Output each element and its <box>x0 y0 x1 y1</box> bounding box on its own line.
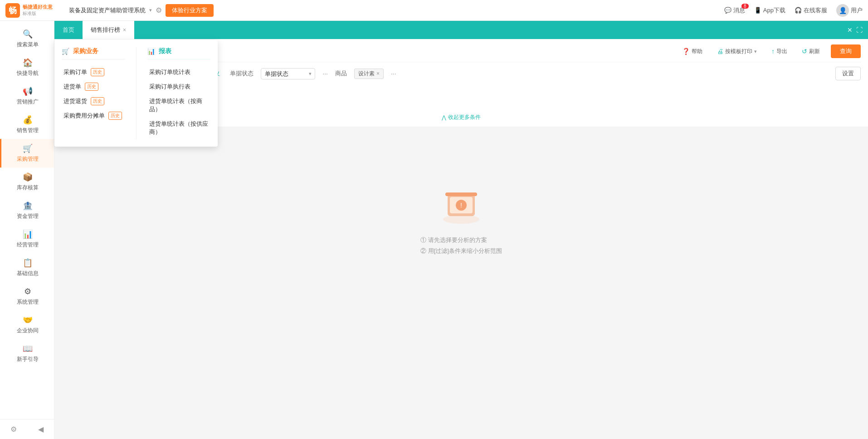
bill-status-more-btn[interactable]: ··· <box>322 70 328 77</box>
print-icon: 🖨 <box>717 48 723 55</box>
header-settings-icon[interactable]: ⚙ <box>156 6 162 15</box>
sidebar-label-finance: 资金管理 <box>17 212 39 220</box>
svg-text:!: ! <box>460 202 462 209</box>
goods-tag-close-btn[interactable]: × <box>376 70 380 77</box>
menu-item-report-0-label: 采购订单统计表 <box>149 68 190 76</box>
purchase-menu-icon: 🛒 <box>62 48 69 55</box>
sidebar-item-sales[interactable]: 💰 销售管理 <box>0 110 54 139</box>
industry-btn[interactable]: 体验行业方案 <box>166 4 214 17</box>
tab-sales-rank-label: 销售排行榜 <box>91 26 120 34</box>
bill-status-select-wrap: 单据状态 <box>261 68 315 79</box>
export-btn[interactable]: ↑ 导出 <box>768 46 791 57</box>
menu-item-purchase-return-label: 进货退货 <box>63 97 87 105</box>
menu-item-report-3[interactable]: 进货单统计表（按供应商） <box>147 117 211 139</box>
bill-status-select[interactable]: 单据状态 <box>261 68 315 79</box>
sidebar-label-quick-nav: 快捷导航 <box>17 69 39 77</box>
tab-home[interactable]: 首页 <box>54 21 83 39</box>
empty-state: ! 请先选择要分析的方案 用[过滤]条件来缩小分析范围 <box>54 127 868 309</box>
sidebar-label-search: 搜索菜单 <box>17 41 39 49</box>
search-icon: 🔍 <box>23 29 33 39</box>
headset-icon: 🎧 <box>795 7 802 14</box>
avatar: 👤 <box>836 4 849 17</box>
marketing-icon: 📢 <box>23 86 33 96</box>
sidebar-label-basic: 基础信息 <box>17 270 39 277</box>
collapse-icon: ⋀ <box>442 114 446 121</box>
tab-bar-right: ✕ ⛶ <box>847 26 868 34</box>
sidebar-item-enterprise[interactable]: 🤝 企业协同 <box>0 311 54 339</box>
dropdown-arrow-icon[interactable]: ▾ <box>149 7 152 13</box>
inventory-icon: 📦 <box>23 172 33 182</box>
goods-label: 商品 <box>335 69 347 78</box>
help-label: 帮助 <box>692 48 702 55</box>
menu-col-report-header: 📊 报表 <box>147 47 211 59</box>
menu-item-report-1[interactable]: 采购订单执行表 <box>147 79 211 94</box>
logo-text: 畅捷通好生意 标准版 <box>23 4 53 17</box>
sidebar-item-basic[interactable]: 📋 基础信息 <box>0 253 54 282</box>
report-menu-title: 报表 <box>159 47 171 55</box>
user-label: 用户 <box>851 6 863 15</box>
message-icon: 💬 <box>724 7 731 14</box>
sidebar-item-search[interactable]: 🔍 搜索菜单 <box>0 25 54 53</box>
purchase-menu-title: 采购业务 <box>73 47 98 55</box>
sidebar-item-purchase[interactable]: 🛒 采购管理 <box>0 139 54 168</box>
sidebar-item-operations[interactable]: 📊 经营管理 <box>0 225 54 253</box>
print-btn[interactable]: 🖨 按模板打印 ▾ <box>713 46 761 57</box>
home-icon: 🏠 <box>23 58 33 68</box>
logo-area: 畅 畅捷通好生意 标准版 <box>5 3 60 18</box>
sidebar-item-marketing[interactable]: 📢 营销推广 <box>0 82 54 110</box>
menu-item-purchase-receipt[interactable]: 进货单 历史 <box>62 79 125 94</box>
tab-close-icon[interactable]: × <box>123 27 126 33</box>
menu-item-report-3-label: 进货单统计表（按供应商） <box>149 120 209 136</box>
sidebar-item-finance[interactable]: 🏦 资金管理 <box>0 196 54 225</box>
menu-item-report-0[interactable]: 采购订单统计表 <box>147 65 211 79</box>
query-btn[interactable]: 查询 <box>831 44 861 58</box>
hist-badge-0: 历史 <box>91 68 104 76</box>
refresh-icon: ↺ <box>802 48 807 55</box>
tab-fullscreen-btn[interactable]: ⛶ <box>856 26 863 34</box>
sidebar-label-sales: 销售管理 <box>17 127 39 134</box>
menu-divider <box>136 47 137 139</box>
app-download-label: App下载 <box>763 6 785 15</box>
menu-item-purchase-expense[interactable]: 采购费用分摊单 历史 <box>62 109 125 123</box>
online-service-btn[interactable]: 🎧 在线客服 <box>795 6 827 15</box>
tab-close-btn[interactable]: ✕ <box>847 26 853 34</box>
menu-item-purchase-expense-label: 采购费用分摊单 <box>63 112 105 120</box>
menu-col-report: 📊 报表 采购订单统计表 采购订单执行表 进货单统计表（按商品） 进货单统计表（… <box>147 47 211 139</box>
menu-item-purchase-return[interactable]: 进货退货 历史 <box>62 94 125 109</box>
hist-badge-3: 历史 <box>108 112 122 120</box>
collapse-label: 收起更多条件 <box>448 113 481 121</box>
sidebar-item-inventory[interactable]: 📦 库存核算 <box>0 168 54 196</box>
menu-item-report-1-label: 采购订单执行表 <box>149 83 190 91</box>
help-btn[interactable]: ❓ 帮助 <box>678 46 706 57</box>
empty-tip-2: 用[过滤]条件来缩小分析范围 <box>420 247 502 255</box>
sidebar-label-operations: 经营管理 <box>17 241 39 249</box>
settings-small-btn[interactable]: 设置 <box>835 67 861 80</box>
sidebar-label-purchase: 采购管理 <box>17 155 39 163</box>
sidebar-item-newbie[interactable]: 📖 新手引导 <box>0 339 54 368</box>
online-service-label: 在线客服 <box>804 6 827 15</box>
goods-more-btn[interactable]: ··· <box>391 70 396 77</box>
menu-item-report-2[interactable]: 进货单统计表（按商品） <box>147 94 211 117</box>
menu-item-purchase-receipt-label: 进货单 <box>63 83 81 91</box>
sidebar-bottom: ⚙ ◀ <box>0 419 54 439</box>
dropdown-menu: 🛒 采购业务 采购订单 历史 进货单 历史 进货退货 历史 采购费用分摊单 历史… <box>54 40 218 147</box>
report-menu-icon: 📊 <box>147 48 155 55</box>
export-icon: ↑ <box>771 48 775 55</box>
sidebar-collapse-btn[interactable]: ◀ <box>38 425 44 434</box>
sidebar: 🔍 搜索菜单 🏠 快捷导航 📢 营销推广 💰 销售管理 🛒 采购管理 📦 库存核… <box>0 21 54 439</box>
user-btn[interactable]: 👤 用户 <box>836 4 863 17</box>
sidebar-item-quick-nav[interactable]: 🏠 快捷导航 <box>0 53 54 82</box>
sidebar-item-system[interactable]: ⚙ 系统管理 <box>0 282 54 311</box>
bill-status-label: 单据状态 <box>230 69 254 78</box>
empty-illustration: ! <box>436 181 486 231</box>
system-icon: ⚙ <box>24 286 31 296</box>
menu-item-purchase-order[interactable]: 采购订单 历史 <box>62 65 125 79</box>
messages-btn[interactable]: 💬 消息 8 <box>724 6 745 15</box>
sidebar-settings-btn[interactable]: ⚙ <box>10 425 17 434</box>
app-download-btn[interactable]: 📱 App下载 <box>754 6 785 15</box>
empty-svg: ! <box>436 181 486 231</box>
refresh-btn[interactable]: ↺ 刷新 <box>798 46 824 57</box>
menu-item-report-2-label: 进货单统计表（按商品） <box>149 97 209 113</box>
collapse-btn[interactable]: ⋀ 收起更多条件 <box>442 113 481 121</box>
tab-sales-rank[interactable]: 销售排行榜 × <box>83 21 134 39</box>
